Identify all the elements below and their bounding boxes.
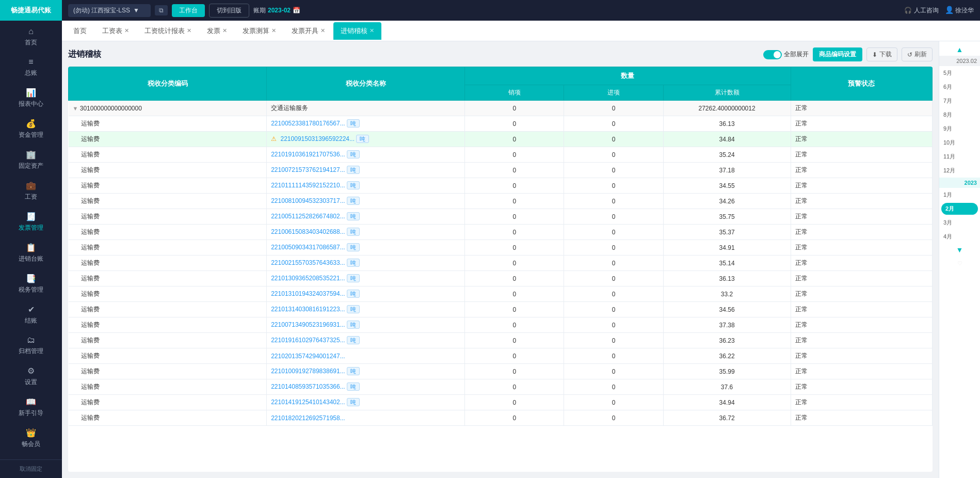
sidebar-item-settings[interactable]: ⚙ 设置 xyxy=(0,360,62,391)
sidebar-item-label: 总账 xyxy=(25,69,37,77)
sidebar-item-reports[interactable]: 📊 报表中心 xyxy=(0,82,62,113)
row-cumulative-15: 36.22 xyxy=(663,348,791,364)
tag-btn-4[interactable]: 吨 xyxy=(347,181,360,189)
main-area: (勿动) 江西报宝-LSS ▼ ⧉ 工作台 切到旧版 账期 2023-02 📅 … xyxy=(62,0,980,478)
tab-payroll-stats[interactable]: 工资统计报表 ✕ xyxy=(137,22,199,40)
tab-close-invoice[interactable]: ✕ xyxy=(222,27,227,34)
tab-invoice-calc[interactable]: 发票测算 ✕ xyxy=(235,22,283,40)
row-invoice-4: 22101111143592152210... 吨 xyxy=(267,178,465,194)
calendar-up-button[interactable]: ▲ xyxy=(939,43,980,56)
favorite-icon[interactable]: ♡ xyxy=(939,256,980,271)
tax-icon: 📑 xyxy=(26,274,36,283)
row-sales-14: 0 xyxy=(465,333,564,348)
expand-toggle[interactable]: 全部展开 xyxy=(763,50,809,59)
topbar: (勿动) 江西报宝-LSS ▼ ⧉ 工作台 切到旧版 账期 2023-02 📅 … xyxy=(62,0,980,21)
settings-btn[interactable]: 商品编码设置 xyxy=(813,47,862,61)
row-cumulative-16: 35.99 xyxy=(663,364,791,379)
calendar-month-aug[interactable]: 8月 xyxy=(939,108,980,122)
copy-button[interactable]: ⧉ xyxy=(155,5,168,15)
sidebar-item-funds[interactable]: 💰 资金管理 xyxy=(0,113,62,144)
calendar-month-sep[interactable]: 9月 xyxy=(939,122,980,136)
tab-close-payroll[interactable]: ✕ xyxy=(124,27,129,34)
tab-home[interactable]: 首页 xyxy=(66,22,94,40)
tag-btn-12[interactable]: 吨 xyxy=(347,305,360,313)
tab-close-payroll-stats[interactable]: ✕ xyxy=(187,27,191,34)
sidebar-item-assets[interactable]: 🏢 固定资产 xyxy=(0,144,62,174)
row-invoice-11: 22101310194324037594... 吨 xyxy=(267,286,465,302)
table-row: 运输费 22101009192789838691... 吨 0 0 35.99 … xyxy=(69,364,933,379)
tag-btn-11[interactable]: 吨 xyxy=(347,290,360,298)
tag-btn-5[interactable]: 吨 xyxy=(347,197,360,205)
tag-btn-10[interactable]: 吨 xyxy=(347,274,360,282)
tag-btn-13[interactable]: 吨 xyxy=(347,321,360,329)
tag-btn-16[interactable]: 吨 xyxy=(347,367,360,375)
sidebar-item-ledger[interactable]: ≡ 总账 xyxy=(0,51,62,82)
tag-btn-14[interactable]: 吨 xyxy=(347,336,360,344)
tag-btn-8[interactable]: 吨 xyxy=(347,243,360,251)
calendar-month-feb[interactable]: 2月 xyxy=(941,203,978,215)
table-row: 运输费 22100511252826674802... 吨 0 0 35.75 … xyxy=(69,209,933,225)
row-sales-8: 0 xyxy=(465,240,564,256)
workbench-button[interactable]: 工作台 xyxy=(172,4,205,17)
table-row: 运输费 22102013574294001247... 0 0 36.22 正常 xyxy=(69,348,933,364)
row-purchase-15: 0 xyxy=(564,348,663,364)
row-purchase-4: 0 xyxy=(564,178,663,194)
sidebar-item-settle[interactable]: ✔ 结账 xyxy=(0,298,62,329)
calendar-month-nov[interactable]: 11月 xyxy=(939,150,980,164)
tab-invoice-open[interactable]: 发票开具 ✕ xyxy=(284,22,332,40)
tag-btn-3[interactable]: 吨 xyxy=(347,166,360,174)
sidebar-item-home[interactable]: ⌂ 首页 xyxy=(0,21,62,51)
support-link[interactable]: 🎧 人工咨询 xyxy=(904,6,938,15)
company-selector[interactable]: (勿动) 江西报宝-LSS ▼ xyxy=(68,4,151,17)
sidebar-item-guide[interactable]: 📖 新手引导 xyxy=(0,391,62,422)
refresh-btn[interactable]: ↺ 刷新 xyxy=(902,47,933,61)
tag-btn-9[interactable]: 吨 xyxy=(347,259,360,267)
parent-name: 交通运输服务 xyxy=(267,101,465,116)
tag-btn-7[interactable]: 吨 xyxy=(347,228,360,236)
tag-btn-1[interactable]: 吨 xyxy=(356,135,369,143)
calendar-month-dec[interactable]: 12月 xyxy=(939,164,980,178)
calendar-month-jul[interactable]: 7月 xyxy=(939,94,980,108)
sidebar-item-purchase[interactable]: 📋 进销台账 xyxy=(0,236,62,267)
row-status-3: 正常 xyxy=(791,163,932,178)
toggle-track[interactable] xyxy=(763,50,782,59)
sidebar-item-member[interactable]: 👑 畅会员 xyxy=(0,422,62,453)
calendar-down-button[interactable]: ▼ xyxy=(939,244,980,256)
sidebar-item-archive[interactable]: 🗂 归档管理 xyxy=(0,329,62,360)
row-status-19: 正常 xyxy=(791,410,932,426)
tag-btn-2[interactable]: 吨 xyxy=(347,150,360,158)
calendar-month-apr[interactable]: 4月 xyxy=(939,230,980,244)
tab-payroll[interactable]: 工资表 ✕ xyxy=(95,22,136,40)
row-purchase-3: 0 xyxy=(564,163,663,178)
download-btn[interactable]: ⬇ 下载 xyxy=(866,47,897,61)
row-name-10: 运输费 xyxy=(69,271,267,286)
sidebar-item-salary[interactable]: 💼 工资 xyxy=(0,174,62,205)
calendar-month-jun[interactable]: 6月 xyxy=(939,80,980,94)
row-status-15: 正常 xyxy=(791,348,932,364)
tag-btn-17[interactable]: 吨 xyxy=(347,383,360,391)
calendar-month-mar[interactable]: 3月 xyxy=(939,216,980,230)
switch-version-button[interactable]: 切到旧版 xyxy=(209,4,249,18)
row-purchase-17: 0 xyxy=(564,379,663,395)
row-cumulative-2: 35.24 xyxy=(663,147,791,163)
calendar-icon[interactable]: 📅 xyxy=(293,7,300,14)
unpin-button[interactable]: 取消固定 xyxy=(0,459,62,478)
tab-close-invoice-open[interactable]: ✕ xyxy=(320,27,325,34)
calendar-month-oct[interactable]: 10月 xyxy=(939,136,980,150)
row-invoice-6: 22100511252826674802... 吨 xyxy=(267,209,465,225)
expand-arrow[interactable]: ▼ xyxy=(73,105,78,111)
sidebar-item-invoice[interactable]: 🧾 发票管理 xyxy=(0,205,62,236)
table-row: 运输费 ⚠ 22100915031396592224... 吨 0 0 34.8… xyxy=(69,132,933,147)
tab-close-invoice-calc[interactable]: ✕ xyxy=(271,27,276,34)
tab-invoice[interactable]: 发票 ✕ xyxy=(200,22,234,40)
sidebar-item-tax[interactable]: 📑 税务管理 xyxy=(0,267,62,298)
tag-btn-18[interactable]: 吨 xyxy=(347,398,360,406)
tab-reconcile[interactable]: 进销稽核 ✕ xyxy=(333,22,381,40)
calendar-month-may[interactable]: 5月 xyxy=(939,66,980,80)
tab-close-reconcile[interactable]: ✕ xyxy=(369,27,374,34)
row-status-6: 正常 xyxy=(791,209,932,225)
user-info[interactable]: 👤 徐泾华 xyxy=(945,6,974,15)
calendar-month-jan[interactable]: 1月 xyxy=(939,188,980,202)
tag-btn-0[interactable]: 吨 xyxy=(347,119,360,128)
tag-btn-6[interactable]: 吨 xyxy=(347,212,360,220)
